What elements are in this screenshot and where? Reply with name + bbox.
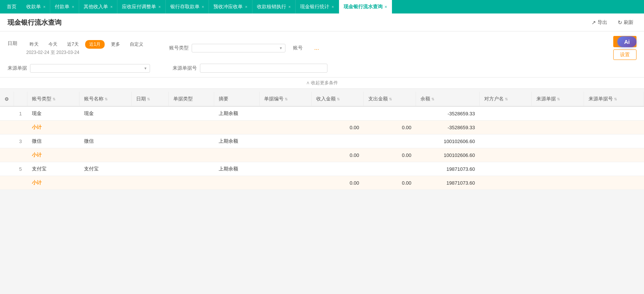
nav-tab[interactable]: 现金银行流水查询× (339, 0, 392, 13)
cell-idx: 5 (14, 162, 27, 176)
account-more-dots[interactable]: ... (314, 45, 319, 51)
cell-account_type: 现金 (27, 106, 80, 121)
cell-source_doc (531, 162, 584, 176)
col-balance[interactable]: 余额⇅ (416, 92, 480, 106)
date-shortcut-今天[interactable]: 今天 (45, 40, 61, 49)
date-shortcut-近1月[interactable]: 近1月 (85, 40, 105, 49)
col-doc_no[interactable]: 单据编号⇅ (259, 92, 311, 106)
cell-date (132, 134, 168, 148)
nav-tab[interactable]: 其他收入单× (79, 0, 117, 13)
cell-source_doc (531, 106, 584, 121)
cell-expense: 0.00 (364, 176, 416, 190)
nav-tab[interactable]: 应收应付调整单× (117, 0, 165, 13)
nav-tab-label: 其他收入单 (84, 3, 108, 10)
cell-counterparty (479, 121, 531, 134)
account-type-arrow: ▾ (280, 46, 282, 51)
cell-balance: -3528659.33 (416, 106, 480, 121)
nav-tab-close[interactable]: × (72, 4, 74, 9)
nav-tab[interactable]: 付款单× (50, 0, 79, 13)
date-shortcut-自定义[interactable]: 自定义 (126, 40, 147, 49)
cell-account_name (80, 121, 132, 134)
collapse-bar[interactable]: ∧ 收起更多条件 (0, 78, 644, 89)
nav-tab[interactable]: 收款单× (22, 0, 50, 13)
date-shortcuts: 昨天今天近7天近1月更多自定义 (26, 40, 147, 49)
nav-tab-label: 现金银行流水查询 (344, 3, 383, 10)
nav-home[interactable]: 首页 (2, 0, 22, 13)
table-header: ⚙账号类型⇅账号名称⇅日期⇅单据类型摘要单据编号⇅收入金额⇅支出金额⇅余额⇅对方… (0, 92, 644, 106)
cell-balance: 19871073.60 (416, 176, 480, 190)
col-income[interactable]: 收入金额⇅ (311, 92, 363, 106)
date-shortcut-更多[interactable]: 更多 (108, 40, 123, 49)
nav-tab-close[interactable]: × (385, 4, 387, 9)
cell-summary (214, 176, 259, 190)
cell-doc_no (259, 134, 311, 148)
sort-icon-account_type: ⇅ (53, 97, 56, 101)
page-title: 现金银行流水查询 (8, 18, 62, 27)
cell-source_doc_no (584, 162, 644, 176)
col-source_doc[interactable]: 来源单据⇅ (531, 92, 584, 106)
account-label: 账号 (293, 45, 308, 51)
header-actions: ↗ 导出 ↻ 刷新 (588, 18, 636, 27)
nav-tab[interactable]: 现金银行统计× (296, 0, 339, 13)
cell-summary (214, 121, 259, 134)
table-row: 小计0.000.00100102606.60 (0, 148, 644, 162)
nav-tab[interactable]: 银行存取款单× (166, 0, 209, 13)
col-account_type[interactable]: 账号类型⇅ (27, 92, 80, 106)
sort-icon-date: ⇅ (147, 97, 150, 101)
nav-tab-label: 付款单 (55, 3, 69, 10)
cell-doc_no (259, 176, 311, 190)
source-doc-select[interactable]: ▾ (30, 64, 150, 73)
cell-date (132, 148, 168, 162)
nav-tab[interactable]: 预收冲应收单× (209, 0, 252, 13)
cell-account_name (80, 176, 132, 190)
settings-button[interactable]: 设置 (613, 49, 636, 60)
cell-idx (14, 176, 27, 190)
ai-badge[interactable]: Ai (617, 36, 636, 47)
cell-doc_no (259, 162, 311, 176)
cell-account_name: 现金 (80, 106, 132, 121)
nav-home-label: 首页 (7, 3, 17, 10)
cell-date (132, 162, 168, 176)
date-shortcut-近7天[interactable]: 近7天 (64, 40, 82, 49)
nav-tab-close[interactable]: × (288, 4, 291, 9)
account-type-filter: 账号类型 ▾ (169, 44, 285, 52)
cell-account_type: 小计 (27, 121, 80, 134)
nav-tab-close[interactable]: × (110, 4, 113, 9)
col-gear: ⚙ (0, 92, 14, 106)
date-shortcut-昨天[interactable]: 昨天 (26, 40, 42, 49)
sort-icon-expense: ⇅ (389, 97, 392, 101)
nav-tab-close[interactable]: × (158, 4, 161, 9)
col-date[interactable]: 日期⇅ (132, 92, 168, 106)
sort-icon-doc_no: ⇅ (285, 97, 288, 101)
nav-tab[interactable]: 收款核销执行× (252, 0, 296, 13)
export-icon: ↗ (591, 19, 596, 25)
export-button[interactable]: ↗ 导出 (588, 18, 610, 27)
nav-tab-close[interactable]: × (332, 4, 334, 9)
sort-icon-balance: ⇅ (431, 97, 434, 101)
cell-expense (364, 162, 416, 176)
source-doc-arrow: ▾ (144, 66, 147, 71)
cell-doc_type (168, 162, 214, 176)
cell-expense (364, 134, 416, 148)
source-doc-no-input[interactable] (200, 64, 327, 73)
col-account_name[interactable]: 账号名称⇅ (80, 92, 132, 106)
table-container: ⚙账号类型⇅账号名称⇅日期⇅单据类型摘要单据编号⇅收入金额⇅支出金额⇅余额⇅对方… (0, 92, 644, 190)
nav-tab-close[interactable]: × (43, 4, 45, 9)
col-expense[interactable]: 支出金额⇅ (364, 92, 416, 106)
account-type-select[interactable]: ▾ (192, 44, 285, 52)
nav-tab-close[interactable]: × (202, 4, 204, 9)
cell-source_doc_no (584, 106, 644, 121)
cell-balance: 100102606.60 (416, 134, 480, 148)
refresh-button[interactable]: ↻ 刷新 (615, 18, 636, 27)
cell-income: 0.00 (311, 148, 363, 162)
cell-doc_no (259, 148, 311, 162)
export-label: 导出 (597, 19, 607, 26)
gear-icon[interactable]: ⚙ (5, 96, 9, 102)
table-body: 1现金现金上期余额-3528659.33小计0.000.00-3528659.3… (0, 106, 644, 190)
col-source_doc_no[interactable]: 来源单据号⇅ (584, 92, 644, 106)
cell-account_name: 支付宝 (80, 162, 132, 176)
cell-date (132, 106, 168, 121)
nav-tab-close[interactable]: × (245, 4, 247, 9)
col-counterparty[interactable]: 对方户名⇅ (479, 92, 531, 106)
table-row: 5支付宝支付宝上期余额19871073.60 (0, 162, 644, 176)
